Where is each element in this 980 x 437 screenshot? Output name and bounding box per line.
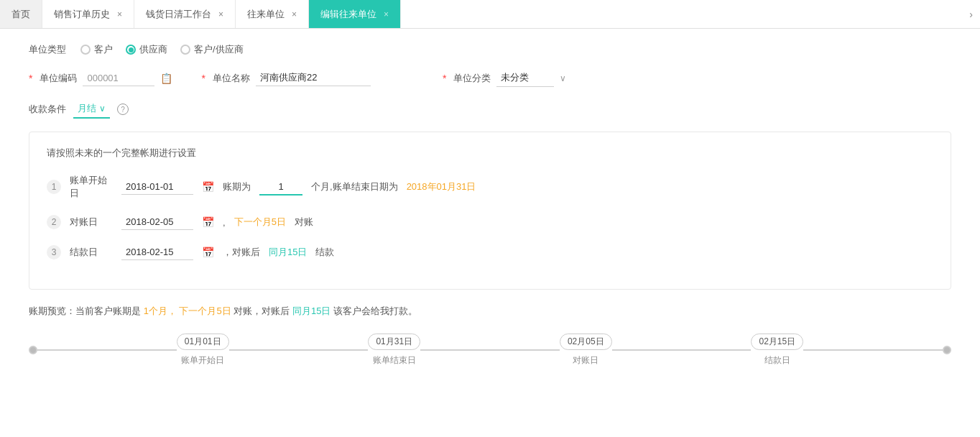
end-date-display: 2018年01月31日 [407,180,476,193]
timeline-node-1: 01月01日 账单开始日 [177,334,229,367]
category-label: 单位分类 [453,72,491,85]
period-row-label-1: 账单开始日 [70,174,113,200]
name-input[interactable] [256,70,371,86]
reconcile-date-calendar[interactable]: 📅 [202,216,214,228]
period-hint-2a: , [223,217,226,228]
timeline-node-3: 02月05日 对账日 [560,334,612,367]
payment-label: 收款条件 [29,103,66,116]
period-hint-2b: 对账 [295,216,313,229]
period-row-num-1: 1 [47,180,61,194]
period-hint-1b: 个月,账单结束日期为 [311,180,398,193]
preview-part3: 同月15日 [292,305,330,316]
tab-sales-order-history[interactable]: 销售订单历史 × [42,0,134,28]
node-badge-3: 02月05日 [560,334,612,350]
tab-bar: 首页 销售订单历史 × 钱货日清工作台 × 往来单位 × 编辑往来单位 × › [0,0,980,29]
tab-edit-partner[interactable]: 编辑往来单位 × [309,0,401,28]
code-input[interactable] [83,70,154,86]
node-label-3: 对账日 [573,354,598,367]
code-group: * 单位编码 📋 [29,70,172,86]
payment-date-input[interactable] [121,244,193,260]
radio-circle-both [180,45,190,55]
period-hint-3b: 结款 [315,246,334,259]
preview-mid: 对账，对账后 [234,305,290,316]
start-date-input[interactable] [121,179,193,195]
category-chevron[interactable]: ∨ [560,73,566,83]
period-hint-1a: 账期为 [223,180,251,193]
tab-close-sales[interactable]: × [117,9,122,19]
period-title: 请按照未来的一个完整帐期进行设置 [47,147,933,160]
period-row-label-3: 结款日 [70,246,113,259]
radio-customer[interactable]: 客户 [80,43,113,56]
month-input[interactable] [259,179,302,196]
calendar-icon[interactable]: 📋 [160,73,172,84]
tab-overflow-arrow[interactable]: › [962,0,980,28]
timeline-end-dot [943,346,951,354]
period-row-num-2: 2 [47,215,61,229]
tab-close-edit-partner[interactable]: × [384,9,389,19]
timeline-line-4 [612,349,752,351]
category-group: * 单位分类 未分类 ∨ [443,69,566,87]
node-badge-4: 02月15日 [751,334,803,350]
payment-date-calendar[interactable]: 📅 [202,247,214,258]
name-label: 单位名称 [213,72,250,85]
node-label-4: 结款日 [764,354,790,367]
timeline-line-2 [229,349,369,351]
preview-part2: 下一个月5日 [179,305,231,316]
reconcile-date-input[interactable] [121,214,193,230]
period-row-label-2: 对账日 [70,216,113,229]
code-label: 单位编码 [40,72,77,85]
payment-value: 月结 [78,102,96,115]
unit-type-row: 单位类型 客户 供应商 客户/供应商 [29,43,951,56]
payment-select[interactable]: 月结 ∨ [73,100,110,119]
tab-close-cash[interactable]: × [218,9,223,19]
radio-supplier[interactable]: 供应商 [126,43,167,56]
tab-cash-ledger[interactable]: 钱货日清工作台 × [134,0,236,28]
timeline-node-4: 02月15日 结款日 [751,334,803,367]
payment-chevron[interactable]: ∨ [99,104,106,114]
name-group: * 单位名称 [201,70,370,86]
period-box: 请按照未来的一个完整帐期进行设置 1 账单开始日 📅 账期为 个月,账单结束日期… [29,132,951,290]
timeline: 01月01日 账单开始日 01月31日 账单结束日 02月05日 对账日 02月… [29,334,951,367]
radio-circle-customer [80,45,91,55]
category-value: 未分类 [496,69,554,87]
tab-partner-units[interactable]: 往来单位 × [236,0,309,28]
timeline-node-2: 01月31日 账单结束日 [368,334,420,367]
timeline-line-3 [420,349,560,351]
unit-type-label: 单位类型 [29,43,66,56]
node-label-2: 账单结束日 [373,354,416,367]
unit-info-row: * 单位编码 📋 * 单位名称 * 单位分类 未分类 ∨ [29,69,951,87]
node-badge-2: 01月31日 [368,334,420,350]
tab-home[interactable]: 首页 [0,0,42,28]
tab-close-partner[interactable]: × [292,9,297,19]
preview-part1: 1个月， [144,305,177,316]
reconcile-hint-orange: 下一个月5日 [234,216,286,229]
help-icon[interactable]: ? [117,104,129,115]
node-badge-1: 01月01日 [177,334,229,350]
period-row-num-3: 3 [47,245,61,259]
preview-text: 账期预览：当前客户账期是 1个月， 下一个月5日 对账，对账后 同月15日 该客… [29,304,951,319]
start-date-calendar[interactable]: 📅 [202,181,214,193]
period-row-2: 2 对账日 📅 , 下一个月5日 对账 [47,214,933,230]
preview-suffix: 该客户会给我打款。 [333,305,417,316]
unit-type-radio-group: 客户 供应商 客户/供应商 [80,43,244,56]
timeline-line-1 [37,349,177,351]
node-label-1: 账单开始日 [181,354,224,367]
radio-circle-supplier [126,45,136,55]
payment-hint-teal: 同月15日 [269,246,307,259]
timeline-start-dot [29,346,37,354]
payment-row: 收款条件 月结 ∨ ? [29,100,951,119]
period-hint-3a: ，对账后 [223,246,260,259]
timeline-line-5 [803,349,943,351]
main-content: 单位类型 客户 供应商 客户/供应商 * 单位编码 📋 * 单位名称 [0,29,980,437]
radio-both[interactable]: 客户/供应商 [180,43,244,56]
period-row-1: 1 账单开始日 📅 账期为 个月,账单结束日期为 2018年01月31日 [47,174,933,200]
period-row-3: 3 结款日 📅 ，对账后 同月15日 结款 [47,244,933,260]
